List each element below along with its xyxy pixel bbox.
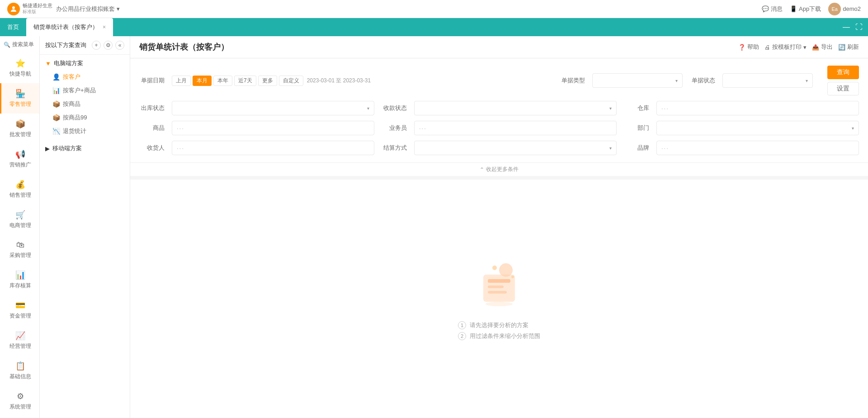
desktop-scheme-section: ▼ 电脑端方案 👤 按客户 📊 按客户+商品 📦 按商品 📦 按商品 bbox=[40, 55, 130, 140]
tab-active[interactable]: 销货单统计表（按客户） × bbox=[26, 18, 113, 36]
warehouse-select[interactable]: ··· bbox=[656, 101, 859, 115]
warehouse-label: 仓库 bbox=[624, 104, 649, 112]
date-btn-last7days[interactable]: 近7天 bbox=[234, 76, 256, 86]
tab-bar-right: — ⛶ bbox=[841, 21, 868, 33]
sidebar-item-marketing[interactable]: 📢 营销推广 bbox=[0, 144, 39, 174]
department-select[interactable]: ▾ bbox=[656, 121, 859, 135]
print-action[interactable]: 🖨 按模板打印 ▾ bbox=[764, 43, 807, 51]
product-label: 商品 bbox=[139, 124, 165, 132]
date-btn-last-month[interactable]: 上月 bbox=[172, 76, 191, 86]
staff-select[interactable]: ··· bbox=[414, 121, 617, 135]
order-type-select[interactable]: ▾ bbox=[592, 73, 683, 88]
help-icon: ❓ bbox=[738, 44, 745, 51]
receiver-select[interactable]: ··· bbox=[172, 141, 374, 155]
out-status-arrow-icon: ▾ bbox=[367, 106, 369, 111]
scheme-panel-header: 按以下方案查询 + ⚙ « bbox=[40, 36, 130, 55]
tab-home[interactable]: 首页 bbox=[0, 18, 26, 36]
desktop-arrow-icon: ▼ bbox=[45, 60, 51, 67]
print-icon: 🖨 bbox=[764, 44, 770, 51]
refresh-action[interactable]: 🔄 刷新 bbox=[838, 43, 859, 51]
department-label: 部门 bbox=[624, 124, 649, 132]
scheme-settings-btn[interactable]: ⚙ bbox=[104, 41, 113, 50]
setting-button[interactable]: 设置 bbox=[827, 82, 859, 95]
sidebar-item-retail[interactable]: 🏪 零售管理 bbox=[0, 83, 39, 114]
search-icon: 🔍 bbox=[4, 42, 10, 48]
top-bar-left: 畅捷通好生意 标准版 办公用品行业模拟账套 ▾ bbox=[7, 3, 120, 15]
date-btn-custom[interactable]: 自定义 bbox=[279, 76, 303, 86]
warehouse-dots: ··· bbox=[661, 105, 669, 112]
scheme-add-btn[interactable]: + bbox=[92, 41, 101, 50]
query-button[interactable]: 查询 bbox=[827, 66, 859, 79]
sidebar-item-enterprise[interactable]: 🤝 企业协同 bbox=[0, 416, 39, 418]
mobile-section-header[interactable]: ▶ 移动端方案 bbox=[40, 142, 130, 155]
operations-icon: 📈 bbox=[15, 331, 25, 341]
date-btn-this-year[interactable]: 本年 bbox=[213, 76, 232, 86]
scheme-item-product99[interactable]: 📦 按商品99 bbox=[40, 111, 130, 124]
empty-step-2: 2 用过滤条件来缩小分析范围 bbox=[458, 331, 540, 342]
sidebar-item-purchase[interactable]: 🛍 采购管理 bbox=[0, 235, 39, 265]
sales-icon: 💰 bbox=[15, 180, 25, 190]
base-icon: 📋 bbox=[15, 361, 25, 371]
sidebar-item-wholesale[interactable]: 📦 批发管理 bbox=[0, 114, 39, 144]
empty-steps: 1 请先选择要分析的方案 2 用过滤条件来缩小分析范围 bbox=[458, 320, 540, 342]
brand-select[interactable]: ··· bbox=[656, 141, 859, 155]
sidebar-item-sales[interactable]: 💰 销售管理 bbox=[0, 174, 39, 204]
svg-point-0 bbox=[12, 6, 15, 9]
sidebar-search[interactable]: 🔍 搜索菜单 bbox=[0, 36, 39, 53]
sidebar-item-finance[interactable]: 💳 资金管理 bbox=[0, 295, 39, 325]
scheme-item-by-product[interactable]: 📦 按商品 bbox=[40, 97, 130, 111]
sidebar: 🔍 搜索菜单 ⭐ 快捷导航 🏪 零售管理 📦 批发管理 📢 营销推广 💰 销售管… bbox=[0, 36, 40, 418]
sidebar-item-base[interactable]: 📋 基础信息 bbox=[0, 356, 39, 386]
sidebar-item-system[interactable]: ⚙ 系统管理 bbox=[0, 386, 39, 416]
out-status-select[interactable]: ▾ bbox=[172, 101, 374, 115]
maximize-btn[interactable]: ⛶ bbox=[854, 21, 864, 33]
order-status-select[interactable]: ▾ bbox=[722, 73, 813, 88]
scheme-item-return-stats[interactable]: 📉 退货统计 bbox=[40, 124, 130, 138]
settlement-arrow-icon: ▾ bbox=[609, 146, 612, 151]
industry-title[interactable]: 办公用品行业模拟账套 ▾ bbox=[56, 5, 120, 13]
sidebar-item-inventory[interactable]: 📊 库存核算 bbox=[0, 265, 39, 295]
user-profile[interactable]: Ea demo2 bbox=[828, 3, 861, 15]
product-dots: ··· bbox=[177, 125, 184, 132]
scheme-collapse-btn[interactable]: « bbox=[115, 41, 124, 50]
scheme-item-customer-product[interactable]: 📊 按客户+商品 bbox=[40, 84, 130, 97]
date-btn-this-month[interactable]: 本月 bbox=[193, 76, 212, 86]
help-action[interactable]: ❓ 帮助 bbox=[738, 43, 759, 51]
filter-row-4: 收货人 ··· 结算方式 ▾ 品牌 ··· bbox=[139, 141, 859, 155]
step-num-2: 2 bbox=[458, 332, 466, 340]
scheme-panel: 按以下方案查询 + ⚙ « ▼ 电脑端方案 👤 按客户 📊 按 bbox=[40, 36, 130, 418]
tab-bar: 首页 销货单统计表（按客户） × — ⛶ bbox=[0, 18, 868, 36]
minimize-btn[interactable]: — bbox=[841, 21, 852, 33]
tab-close-icon[interactable]: × bbox=[103, 24, 106, 30]
order-status-arrow-icon: ▾ bbox=[806, 78, 808, 83]
inventory-icon: 📊 bbox=[15, 270, 25, 280]
desktop-section-header[interactable]: ▼ 电脑端方案 bbox=[40, 57, 130, 70]
payment-status-select[interactable]: ▾ bbox=[414, 101, 617, 115]
logo-area: 畅捷通好生意 标准版 bbox=[7, 3, 52, 15]
sidebar-item-ecommerce[interactable]: 🛒 电商管理 bbox=[0, 204, 39, 235]
export-icon: 📤 bbox=[812, 44, 819, 51]
message-action[interactable]: 💬 消息 bbox=[762, 5, 783, 13]
collapse-bar[interactable]: ⌃ 收起更多条件 bbox=[130, 162, 868, 176]
sidebar-item-operations[interactable]: 📈 经营管理 bbox=[0, 325, 39, 356]
purchase-icon: 🛍 bbox=[16, 240, 24, 250]
date-btn-more[interactable]: 更多 bbox=[258, 76, 277, 86]
brand-dots: ··· bbox=[661, 145, 669, 152]
main-content: 销货单统计表（按客户） ❓ 帮助 🖨 按模板打印 ▾ 📤 导出 bbox=[130, 36, 868, 418]
system-icon: ⚙ bbox=[17, 391, 24, 401]
settlement-select[interactable]: ▾ bbox=[414, 141, 617, 155]
product99-icon: 📦 bbox=[52, 114, 60, 121]
message-icon: 💬 bbox=[762, 5, 769, 12]
app-download-action[interactable]: 📱 App下载 bbox=[790, 5, 821, 13]
empty-illustration bbox=[472, 256, 526, 311]
collapse-arrow-icon: ⌃ bbox=[480, 166, 484, 173]
export-action[interactable]: 📤 导出 bbox=[812, 43, 833, 51]
refresh-icon: 🔄 bbox=[838, 44, 845, 51]
scheme-item-by-customer[interactable]: 👤 按客户 bbox=[40, 70, 130, 84]
empty-step-1: 1 请先选择要分析的方案 bbox=[458, 320, 540, 331]
mobile-scheme-section: ▶ 移动端方案 bbox=[40, 140, 130, 157]
step-num-1: 1 bbox=[458, 321, 466, 329]
logo-sub: 标准版 bbox=[23, 9, 52, 15]
sidebar-item-shortcut[interactable]: ⭐ 快捷导航 bbox=[0, 53, 39, 83]
product-select[interactable]: ··· bbox=[172, 121, 374, 135]
